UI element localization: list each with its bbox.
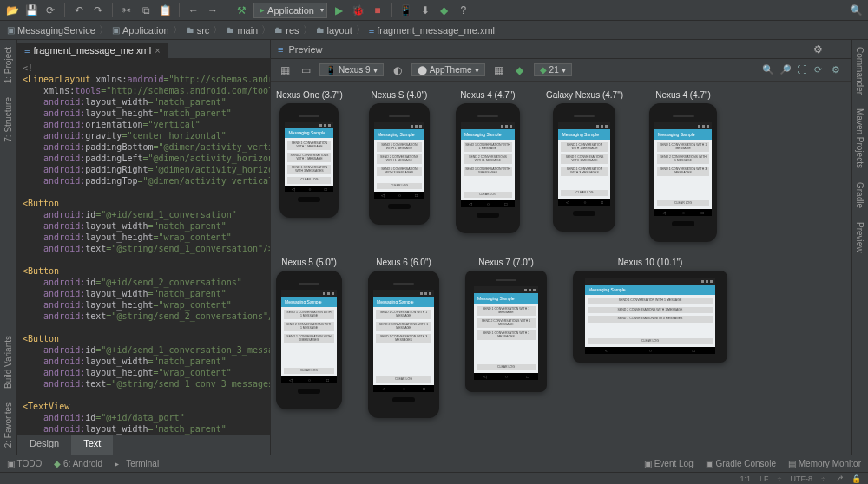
theme-icon[interactable]: ◐ <box>391 63 404 77</box>
tool-build-variants[interactable]: Build Variants <box>2 329 15 396</box>
caret-pos: 1:1 <box>740 474 752 483</box>
device-label: Galaxy Nexus (4.7") <box>546 90 623 100</box>
help-icon[interactable]: ? <box>457 3 470 17</box>
tool-android[interactable]: ◆ 6: Android <box>54 459 102 468</box>
android-icon[interactable]: ◆ <box>513 63 527 77</box>
encoding[interactable]: UTF-8 <box>791 474 813 483</box>
build-icon[interactable]: ⚒ <box>234 3 248 17</box>
tool-favorites[interactable]: 2: Favorites <box>2 396 15 455</box>
run-icon[interactable]: ▶ <box>332 3 346 17</box>
editor-tab[interactable]: ≡fragment_message_me.xml× <box>17 43 168 58</box>
tool-maven[interactable]: Maven Projects <box>853 101 866 175</box>
save-icon[interactable]: 💾 <box>24 3 38 17</box>
tool-eventlog[interactable]: ▣ Event Log <box>644 459 694 468</box>
undo-icon[interactable]: ↶ <box>72 3 86 17</box>
device-label: Nexus 6 (6.0") <box>376 258 431 267</box>
debug-icon[interactable]: 🐞 <box>352 3 365 17</box>
settings-icon[interactable]: ⚙ <box>832 64 844 76</box>
zoom-in-icon[interactable]: 🔍 <box>762 64 774 76</box>
lock-icon: 🔒 <box>852 474 861 483</box>
status-footer: 1:1 LF ÷ UTF-8 ÷ ⎇ 🔒 <box>0 472 868 484</box>
device-label: Nexus 7 (7.0") <box>478 258 534 267</box>
preview-pane: ≡ Preview ⚙ － ▦ ▭ 📱 Nexus 9 ▾ ◐ ⬤ AppThe… <box>271 40 851 455</box>
back-icon[interactable]: ← <box>187 3 201 17</box>
avd-icon[interactable]: 📱 <box>399 3 413 17</box>
git-icon[interactable]: ⎇ <box>834 474 843 483</box>
device-label: Nexus 4 (4.7") <box>655 90 711 100</box>
tool-terminal[interactable]: ▸_ Terminal <box>115 459 159 468</box>
editor-pane: ≡fragment_message_me.xml× <!-- <LinearLa… <box>17 40 271 455</box>
bc-src[interactable]: 🖿src <box>186 25 210 36</box>
preview-canvas[interactable]: Nexus One (3.7") Messaging Sample SEND 1… <box>271 82 851 455</box>
forward-icon[interactable]: → <box>206 3 220 17</box>
tool-commander[interactable]: Commander <box>853 40 866 101</box>
device-preview[interactable]: Nexus 4 (4.7") Messaging Sample SEND 1 C… <box>649 90 717 242</box>
bc-file[interactable]: ≡fragment_message_me.xml <box>369 25 495 36</box>
paste-icon[interactable]: 📋 <box>158 3 172 17</box>
tool-gradle[interactable]: Gradle <box>853 175 866 215</box>
device-label: Nexus 5 (5.0") <box>281 258 337 267</box>
bc-layout[interactable]: 🖿layout <box>316 25 352 36</box>
hide-icon[interactable]: － <box>830 43 844 56</box>
api-combo[interactable]: ◆21 ▾ <box>534 63 572 76</box>
refresh-icon[interactable]: ⟳ <box>814 64 826 76</box>
device-label: Nexus S (4.0") <box>372 90 428 100</box>
tool-memory[interactable]: ▤ Memory Monitor <box>788 459 861 468</box>
tab-design[interactable]: Design <box>17 435 71 455</box>
zoom-out-icon[interactable]: 🔎 <box>779 64 792 76</box>
tab-text[interactable]: Text <box>71 435 113 455</box>
preview-header: ≡ Preview ⚙ － <box>271 40 851 59</box>
device-label: Nexus One (3.7") <box>276 90 343 100</box>
tool-structure[interactable]: 7: Structure <box>2 90 15 149</box>
bc-main[interactable]: 🖿main <box>226 25 258 36</box>
device-combo[interactable]: 📱 Nexus 9 ▾ <box>319 63 384 76</box>
code-editor[interactable]: <!-- <LinearLayout xmlns:android="http:/… <box>17 59 270 435</box>
bc-module[interactable]: ▣Application <box>112 25 169 36</box>
main-toolbar: 📂 💾 ⟳ ↶ ↷ ✂ ⧉ 📋 ← → ⚒ ▸ Application ▶ 🐞 … <box>0 0 868 21</box>
right-tool-gutter: Commander Maven Projects Gradle Preview <box>851 40 868 455</box>
editor-tabs: ≡fragment_message_me.xml× <box>17 40 270 59</box>
theme-combo[interactable]: ⬤ AppTheme ▾ <box>411 63 485 76</box>
device-preview[interactable]: Nexus S (4.0") Messaging Sample SEND 1 C… <box>369 90 430 242</box>
stop-icon[interactable]: ■ <box>371 3 385 17</box>
preview-title: Preview <box>288 44 322 55</box>
tool-gradle-console[interactable]: ▣ Gradle Console <box>706 459 776 468</box>
sdk-icon[interactable]: ⬇ <box>418 3 432 17</box>
left-tool-gutter: 1: Project 7: Structure Build Variants 2… <box>0 40 17 455</box>
orientation-icon[interactable]: ▭ <box>299 63 312 77</box>
bc-res[interactable]: 🖿res <box>274 25 299 36</box>
copy-icon[interactable]: ⧉ <box>139 3 153 17</box>
device-preview[interactable]: Nexus 4 (4.7") Messaging Sample SEND 1 C… <box>456 90 520 242</box>
tool-todo[interactable]: ▣ TODO <box>7 459 42 468</box>
preview-toolbar: ▦ ▭ 📱 Nexus 9 ▾ ◐ ⬤ AppTheme ▾ ▦ ◆ ◆21 ▾… <box>271 59 851 82</box>
device-preview[interactable]: Galaxy Nexus (4.7") Messaging Sample SEN… <box>546 90 623 242</box>
refresh-icon[interactable]: ⟳ <box>43 3 57 17</box>
device-preview[interactable]: Nexus One (3.7") Messaging Sample SEND 1… <box>276 90 343 242</box>
design-text-tabs: Design Text <box>17 435 270 455</box>
bottom-toolbar: ▣ TODO ◆ 6: Android ▸_ Terminal ▣ Event … <box>0 455 868 472</box>
ddms-icon[interactable]: ◆ <box>437 3 451 17</box>
line-sep[interactable]: LF <box>760 474 769 483</box>
search-icon[interactable]: 🔍 <box>849 3 863 17</box>
cut-icon[interactable]: ✂ <box>120 3 134 17</box>
tool-preview[interactable]: Preview <box>853 215 866 260</box>
locale-icon[interactable]: ▦ <box>492 63 506 77</box>
breadcrumb: ▣MessagingService〉 ▣Application〉 🖿src〉 🖿… <box>0 21 868 40</box>
redo-icon[interactable]: ↷ <box>91 3 105 17</box>
device-preview[interactable]: Nexus 5 (5.0") Messaging Sample SEND 1 C… <box>276 258 342 418</box>
run-config-combo[interactable]: ▸ Application <box>253 3 327 18</box>
palette-icon[interactable]: ▦ <box>278 63 292 77</box>
device-label: Nexus 4 (4.7") <box>460 90 516 100</box>
zoom-fit-icon[interactable]: ⛶ <box>797 64 809 76</box>
gear-icon[interactable]: ⚙ <box>811 43 825 56</box>
bc-root[interactable]: ▣MessagingService <box>7 25 95 36</box>
open-icon[interactable]: 📂 <box>5 3 19 17</box>
close-icon[interactable]: × <box>155 45 160 56</box>
tool-project[interactable]: 1: Project <box>2 40 15 90</box>
device-preview[interactable]: Nexus 7 (7.0") Messaging Sample SEND 1 C… <box>465 258 547 418</box>
device-label: Nexus 10 (10.1") <box>618 258 683 267</box>
device-preview[interactable]: Nexus 6 (6.0") Messaging Sample SEND 1 C… <box>368 258 439 418</box>
device-preview[interactable]: Nexus 10 (10.1") Messaging Sample SEND 1… <box>573 258 727 418</box>
